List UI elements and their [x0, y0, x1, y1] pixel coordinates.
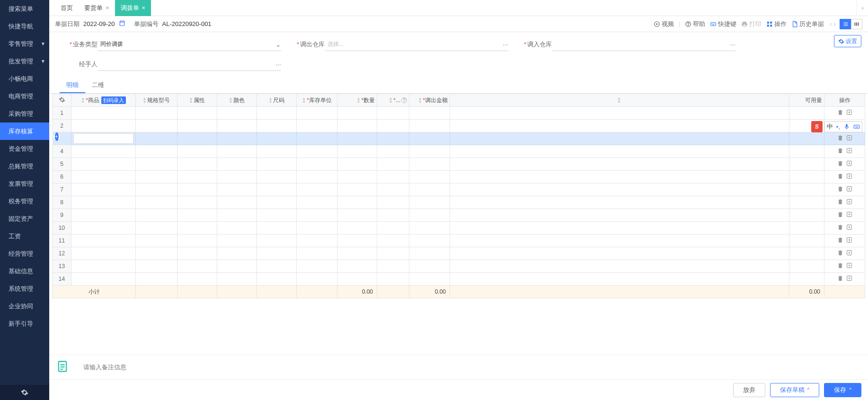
calendar-icon[interactable]	[119, 20, 125, 28]
remarks-input[interactable]	[83, 364, 861, 371]
delete-icon[interactable]	[837, 224, 843, 230]
col-color[interactable]: ▲▼颜色	[217, 94, 257, 107]
add-icon[interactable]	[846, 262, 852, 269]
delete-icon[interactable]	[837, 135, 843, 141]
table-row[interactable]: 9	[53, 209, 865, 222]
close-icon[interactable]: ×	[142, 4, 146, 11]
table-row[interactable]: 5	[53, 158, 865, 171]
table-row[interactable]: 10	[53, 222, 865, 235]
delete-icon[interactable]	[837, 211, 843, 217]
add-icon[interactable]	[846, 109, 852, 115]
table-row[interactable]: 14	[53, 273, 865, 286]
sidebar-item-0[interactable]: 搜索菜单	[0, 0, 49, 17]
out-warehouse-select[interactable]: 选择... ···	[325, 38, 508, 51]
delete-icon[interactable]	[837, 148, 843, 154]
pager-next[interactable]: ›	[834, 20, 836, 27]
delete-icon[interactable]	[837, 237, 843, 243]
sidebar-item-10[interactable]: 发票管理	[0, 175, 49, 192]
ime-widget[interactable]: S 中 •,	[811, 121, 862, 132]
sidebar-item-9[interactable]: 总账管理	[0, 157, 49, 175]
table-row[interactable]: 4	[53, 145, 865, 158]
col-amount[interactable]: ▲▼*调出金额	[409, 94, 450, 107]
table-row[interactable]: 2	[53, 120, 865, 132]
sidebar-item-15[interactable]: 基础信息	[0, 262, 49, 280]
abandon-button[interactable]: 放弃	[733, 383, 765, 397]
product-input[interactable]	[73, 133, 133, 144]
add-icon[interactable]	[846, 250, 852, 256]
action-video[interactable]: 视频	[654, 20, 674, 28]
add-icon[interactable]	[846, 224, 852, 230]
col-settings[interactable]	[53, 94, 71, 107]
col-price[interactable]: ▲▼*...?	[377, 94, 409, 107]
col-unit[interactable]: ▲▼*库存单位	[297, 94, 337, 107]
subtab-detail[interactable]: 明细	[60, 78, 85, 93]
sidebar-item-1[interactable]: 快捷导航	[0, 17, 49, 35]
table-row[interactable]: 8	[53, 196, 865, 209]
doc-date-value[interactable]: 2022-09-20	[83, 20, 115, 27]
col-product[interactable]: ▲▼*商品扫码录入	[71, 94, 136, 107]
col-attr[interactable]: ▲▼属性	[177, 94, 217, 107]
action-history[interactable]: 历史单据	[791, 20, 824, 28]
handler-select[interactable]: ···	[97, 58, 281, 71]
close-icon[interactable]: ×	[106, 4, 109, 11]
sidebar-item-18[interactable]: 新手引导	[0, 315, 49, 332]
sidebar-item-4[interactable]: 小畅电商	[0, 70, 49, 87]
delete-icon[interactable]	[837, 160, 843, 166]
tab-0[interactable]: 首页	[55, 0, 79, 16]
sidebar-item-3[interactable]: 批发管理▼	[0, 52, 49, 70]
add-row-icon[interactable]: +	[55, 132, 59, 141]
sidebar-item-2[interactable]: 零售管理▼	[0, 35, 49, 52]
add-icon[interactable]	[846, 199, 852, 205]
add-icon[interactable]	[846, 237, 852, 243]
table-row[interactable]: 11	[53, 235, 865, 247]
add-icon[interactable]	[846, 135, 852, 141]
save-draft-button[interactable]: 保存草稿^	[770, 383, 820, 397]
delete-icon[interactable]	[837, 250, 843, 256]
table-row[interactable]: 6	[53, 171, 865, 183]
sidebar-item-13[interactable]: 工资	[0, 227, 49, 245]
biz-type-select[interactable]: 同价调拨 ⌄	[97, 38, 281, 51]
sidebar-item-12[interactable]: 固定资产	[0, 210, 49, 227]
delete-icon[interactable]	[837, 275, 843, 281]
delete-icon[interactable]	[837, 262, 843, 269]
add-icon[interactable]	[846, 160, 852, 166]
pager-prev[interactable]: ‹	[830, 20, 832, 27]
sidebar-item-14[interactable]: 经营管理	[0, 245, 49, 262]
sidebar-item-16[interactable]: 系统管理	[0, 280, 49, 297]
in-warehouse-select[interactable]: ···	[552, 38, 735, 51]
add-icon[interactable]	[846, 148, 852, 154]
sidebar-item-7[interactable]: 库存核算	[0, 122, 49, 140]
mic-icon[interactable]	[843, 123, 850, 130]
info-icon[interactable]: ?	[401, 97, 407, 103]
scan-button[interactable]: 扫码录入	[101, 96, 126, 104]
settings-button[interactable]: 设置	[834, 35, 861, 47]
add-icon[interactable]	[846, 186, 852, 192]
delete-icon[interactable]	[837, 199, 843, 205]
sidebar-item-17[interactable]: 企业协同	[0, 297, 49, 315]
tab-2[interactable]: 调拨单×	[115, 0, 151, 16]
col-blank[interactable]: ▲▼	[450, 94, 789, 107]
table-row[interactable]: 13	[53, 260, 865, 273]
delete-icon[interactable]	[837, 186, 843, 192]
sidebar-item-5[interactable]: 电商管理	[0, 87, 49, 105]
delete-icon[interactable]	[837, 173, 843, 179]
sidebar-item-8[interactable]: 资金管理	[0, 140, 49, 157]
delete-icon[interactable]	[837, 109, 843, 115]
table-row[interactable]: 1	[53, 107, 865, 120]
action-print[interactable]: 打印	[741, 20, 762, 28]
col-spec[interactable]: ▲▼规格型号	[136, 94, 177, 107]
col-qty[interactable]: ▲▼*数量	[337, 94, 377, 107]
sidebar-item-6[interactable]: 采购管理	[0, 105, 49, 122]
keyboard-icon[interactable]	[853, 123, 860, 130]
table-row[interactable]: 7	[53, 183, 865, 196]
view-list[interactable]	[840, 19, 851, 29]
add-icon[interactable]	[846, 173, 852, 179]
add-icon[interactable]	[846, 275, 852, 281]
view-grid[interactable]	[851, 19, 862, 29]
action-operate[interactable]: 操作	[766, 20, 787, 28]
sidebar-settings[interactable]	[0, 385, 49, 400]
sidebar-item-11[interactable]: 税务管理	[0, 192, 49, 210]
add-icon[interactable]	[846, 211, 852, 217]
tab-1[interactable]: 要货单×	[79, 0, 115, 16]
action-help[interactable]: 帮助	[685, 20, 705, 28]
